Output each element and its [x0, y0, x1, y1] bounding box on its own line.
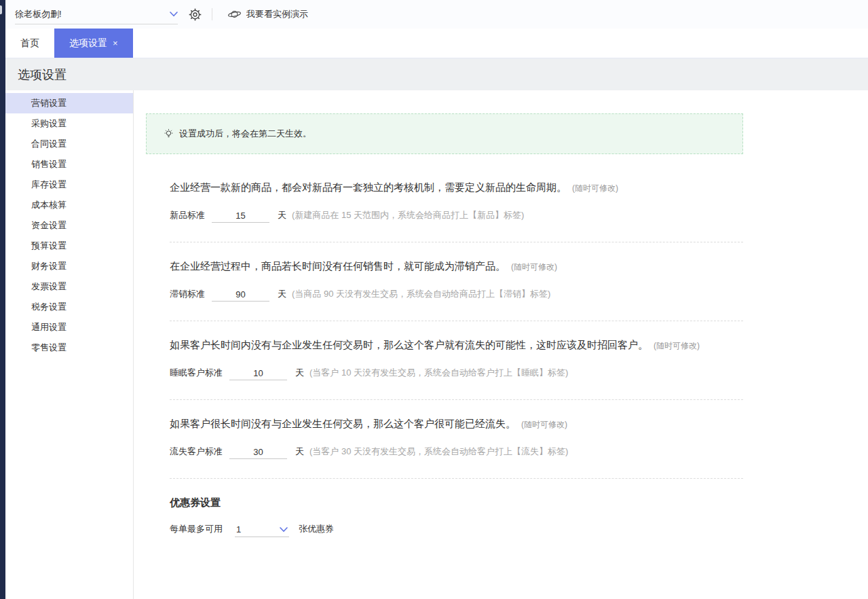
sidenav-item-funds[interactable]: 资金设置	[5, 215, 133, 236]
field-label: 睡眠客户标准	[170, 367, 223, 380]
settings-button[interactable]	[183, 4, 206, 24]
app-window: 徐老板勿删!	[0, 0, 868, 599]
sidenav-item-costing[interactable]: 成本核算	[5, 195, 133, 215]
lightbulb-icon	[164, 128, 174, 139]
tab-home-label: 首页	[20, 37, 39, 50]
section-note: (随时可修改)	[511, 262, 557, 272]
unit-label: 天	[278, 209, 286, 221]
chevron-down-icon	[170, 12, 178, 17]
field-label: 滞销标准	[170, 288, 205, 302]
settings-content: 设置成功后，将会在第二天生效。 企业经营一款新的商品，都会对新品有一套独立的考核…	[134, 90, 868, 599]
section-note: (随时可修改)	[521, 420, 567, 429]
unit-label: 天	[295, 446, 304, 458]
sidenav-item-contract[interactable]: 合同设置	[5, 134, 133, 154]
effective-note-banner: 设置成功后，将会在第二天生效。	[146, 113, 743, 154]
planet-icon	[227, 9, 242, 20]
sidenav-item-retail[interactable]: 零售设置	[5, 338, 133, 358]
field-label: 新品标准	[170, 209, 205, 223]
topbar-divider	[212, 8, 212, 20]
section-slow-moving: 在企业经营过程中，商品若长时间没有任何销售时，就可能成为滞销产品。(随时可修改)…	[170, 260, 743, 302]
section-divider	[170, 242, 743, 242]
sidenav-item-invoice[interactable]: 发票设置	[5, 276, 133, 297]
section-note: (随时可修改)	[654, 341, 700, 350]
field-hint: (当客户 10 天没有发生交易，系统会自动给客户打上【睡眠】标签)	[309, 367, 568, 380]
effective-note-text: 设置成功后，将会在第二天生效。	[179, 128, 312, 140]
sleeping-customer-days-input[interactable]	[229, 367, 287, 380]
sidenav-item-budget[interactable]: 预算设置	[5, 236, 133, 256]
section-divider	[170, 399, 743, 400]
tab-home[interactable]: 首页	[5, 29, 54, 58]
tab-option-settings-label: 选项设置	[69, 37, 107, 50]
rail-handle	[0, 5, 2, 14]
field-label: 流失客户标准	[170, 446, 223, 459]
field-hint: (当客户 30 天没有发生交易，系统会自动给客户打上【流失】标签)	[309, 446, 568, 459]
sidenav-item-inventory[interactable]: 库存设置	[5, 175, 133, 195]
coupon-section-title: 优惠券设置	[170, 496, 743, 509]
sidenav-item-purchase[interactable]: 采购设置	[5, 113, 133, 134]
new-product-days-input[interactable]	[212, 209, 269, 223]
section-divider	[170, 321, 743, 321]
section-divider	[170, 478, 743, 479]
top-bar: 徐老板勿删!	[5, 0, 868, 29]
section-title: 企业经营一款新的商品，都会对新品有一套独立的考核机制，需要定义新品的生命周期。	[170, 181, 567, 193]
field-hint: (新建商品在 15 天范围内，系统会给商品打上【新品】标签)	[292, 209, 524, 223]
sidenav-item-marketing[interactable]: 营销设置	[5, 93, 133, 113]
gear-icon	[189, 8, 202, 21]
unit-label: 天	[295, 367, 304, 379]
demo-link-label: 我要看实例演示	[246, 8, 308, 20]
tab-bar: 首页 选项设置 ×	[5, 29, 868, 58]
section-sleeping-customer: 如果客户长时间内没有与企业发生任何交易时，那么这个客户就有流失的可能性，这时应该…	[170, 339, 743, 380]
chevron-down-icon	[280, 527, 288, 532]
section-coupon: 优惠券设置 每单最多可用 1 张优惠券	[170, 496, 743, 537]
coupon-count-select[interactable]: 1	[235, 523, 289, 537]
collapsed-nav-rail[interactable]	[0, 0, 5, 599]
section-title: 在企业经营过程中，商品若长时间没有任何销售时，就可能成为滞销产品。	[170, 260, 506, 272]
section-title: 如果客户很长时间没有与企业发生任何交易，那么这个客户很可能已经流失。	[170, 418, 516, 429]
page-title: 选项设置	[18, 67, 67, 83]
coupon-label: 每单最多可用	[170, 523, 223, 537]
lost-customer-days-input[interactable]	[229, 446, 287, 459]
demo-link[interactable]: 我要看实例演示	[227, 8, 308, 20]
account-dropdown[interactable]: 徐老板勿删!	[15, 4, 178, 24]
coupon-suffix: 张优惠券	[299, 523, 334, 537]
sidenav-item-finance[interactable]: 财务设置	[5, 256, 133, 276]
tab-option-settings[interactable]: 选项设置 ×	[54, 29, 133, 58]
sidenav-item-general[interactable]: 通用设置	[5, 317, 133, 338]
page-title-band: 选项设置	[5, 58, 868, 90]
tab-close-icon[interactable]: ×	[113, 38, 118, 48]
section-note: (随时可修改)	[572, 183, 618, 193]
section-title: 如果客户长时间内没有与企业发生任何交易时，那么这个客户就有流失的可能性，这时应该…	[170, 339, 648, 350]
sidenav-item-sales[interactable]: 销售设置	[5, 154, 133, 175]
sidenav-item-tax[interactable]: 税务设置	[5, 297, 133, 317]
account-dropdown-value: 徐老板勿删!	[15, 8, 62, 20]
coupon-count-value: 1	[236, 524, 241, 534]
section-new-product: 企业经营一款新的商品，都会对新品有一套独立的考核机制，需要定义新品的生命周期。(…	[170, 181, 743, 223]
section-lost-customer: 如果客户很长时间没有与企业发生任何交易，那么这个客户很可能已经流失。(随时可修改…	[170, 418, 743, 459]
field-hint: (当商品 90 天没有发生交易，系统会自动给商品打上【滞销】标签)	[292, 288, 550, 302]
settings-sidenav: 营销设置 采购设置 合同设置 销售设置 库存设置 成本核算 资金设置 预算设置 …	[5, 90, 134, 599]
slow-moving-days-input[interactable]	[212, 288, 269, 302]
unit-label: 天	[278, 288, 286, 300]
main-shell: 徐老板勿删!	[5, 0, 868, 599]
